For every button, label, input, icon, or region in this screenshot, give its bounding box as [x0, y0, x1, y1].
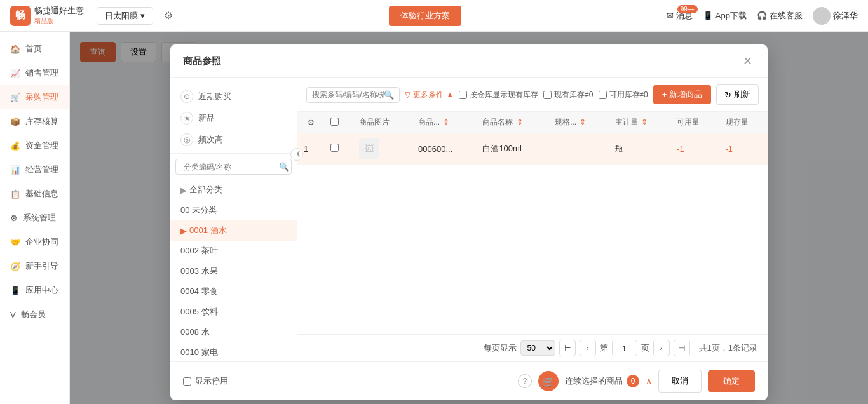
new-icon: ★: [180, 112, 193, 125]
app-download-item[interactable]: 📱 App下载: [703, 10, 747, 22]
message-item[interactable]: ✉ 消息 99++: [667, 10, 693, 22]
row-checkbox[interactable]: [330, 144, 339, 152]
add-product-button[interactable]: + 新增商品: [653, 85, 711, 104]
user-item[interactable]: 徐泽华: [813, 7, 858, 25]
sidebar-label-purchase: 采购管理: [25, 91, 58, 103]
modal-footer: 显示停用 ? 🛒 连续选择的商品 0 ∧ 取消 确定: [170, 361, 768, 400]
category-list: ▶ 全部分类 00 未分类 ▶ 0001 酒水 0002 茶: [170, 180, 297, 356]
cat-appliance-label: 0010 家电: [180, 347, 218, 356]
product-reference-modal: 商品参照 ✕ ⊙ 近期购买 ★: [170, 44, 768, 400]
sidebar-item-inventory[interactable]: 📦 库存核算: [0, 109, 69, 133]
col-code[interactable]: 商品... ⇕: [412, 112, 476, 133]
branch-arrow-icon: ▾: [140, 11, 145, 20]
confirm-button[interactable]: 确定: [708, 370, 755, 392]
quick-nav-new[interactable]: ★ 新品: [170, 107, 297, 129]
filter-icon: ▽: [405, 90, 410, 99]
modal-right-panel: 🔍 ▽ 更多条件 ▲ 按仓库显示现有库存: [297, 78, 768, 361]
cat-all-label: 全部分类: [189, 184, 222, 196]
sidebar-item-finance[interactable]: 💰 资金管理: [0, 133, 69, 158]
existing-stock-checkbox[interactable]: [543, 91, 552, 99]
col-unit[interactable]: 主计量 ⇕: [609, 112, 670, 133]
thumb-placeholder-icon: 🖼: [365, 144, 374, 154]
cat-item-liquor[interactable]: ▶ 0001 酒水: [170, 220, 297, 241]
warehouse-checkbox[interactable]: [459, 91, 467, 99]
modal-body: ⊙ 近期购买 ★ 新品 ◎ 频次高: [170, 78, 768, 361]
prev-page-button[interactable]: ‹: [580, 340, 596, 356]
col-spec[interactable]: 规格... ⇕: [548, 112, 609, 133]
cat-item-fruit[interactable]: 0003 水果: [170, 261, 297, 281]
last-page-button[interactable]: ⊣: [674, 340, 690, 356]
col-name-label: 商品名称: [482, 118, 513, 126]
category-search-icon[interactable]: 🔍: [279, 162, 289, 172]
table-row[interactable]: 1 🖼: [297, 133, 768, 165]
more-conditions-button[interactable]: ▽ 更多条件 ▲: [405, 90, 454, 100]
page-suffix-label: 页: [641, 342, 649, 354]
product-search-icon[interactable]: 🔍: [384, 90, 394, 100]
col-name[interactable]: 商品名称 ⇕: [476, 112, 548, 133]
branch-selector[interactable]: 日太阳膜 ▾: [97, 7, 153, 25]
nav-right: ✉ 消息 99++ 📱 App下载 🎧 在线客服 徐泽华: [667, 7, 858, 25]
available-stock-checkbox[interactable]: [599, 91, 607, 99]
cancel-button[interactable]: 取消: [658, 370, 702, 393]
category-search-input[interactable]: [184, 163, 279, 172]
message-icon: ✉: [667, 11, 674, 20]
page-number-input[interactable]: [612, 340, 637, 356]
row-unit: 瓶: [609, 133, 670, 165]
sidebar-item-home[interactable]: 🏠 首页: [0, 37, 69, 61]
quick-nav-recent[interactable]: ⊙ 近期购买: [170, 86, 297, 107]
branch-label: 日太阳膜: [105, 10, 138, 22]
sidebar-item-sales[interactable]: 📈 销售管理: [0, 61, 69, 85]
help-icon[interactable]: ?: [518, 374, 532, 388]
member-icon: V: [10, 310, 16, 320]
row-image-cell: 🖼: [353, 133, 412, 165]
cat-item-water[interactable]: 0008 水: [170, 322, 297, 342]
show-disabled-label: 显示停用: [195, 375, 228, 387]
business-icon: 📊: [10, 165, 20, 175]
sidebar: 🏠 首页 📈 销售管理 🛒 采购管理 📦 库存核算 💰 资金管理 📊 经营管理 …: [0, 32, 70, 404]
quick-nav-frequent[interactable]: ◎ 频次高: [170, 129, 297, 151]
cat-item-uncategorized[interactable]: 00 未分类: [170, 200, 297, 220]
product-search-input[interactable]: [312, 90, 384, 99]
online-service-item[interactable]: 🎧 在线客服: [757, 10, 803, 22]
user-avatar: [813, 7, 831, 25]
trial-button[interactable]: 体验行业方案: [389, 6, 461, 26]
sidebar-label-guide: 新手引导: [25, 260, 58, 272]
home-icon: 🏠: [10, 44, 20, 54]
existing-stock-label: 现有库存≠0: [554, 90, 593, 100]
cart-icon[interactable]: 🛒: [538, 371, 559, 391]
cat-item-snack[interactable]: 0004 零食: [170, 281, 297, 302]
cat-item-tea[interactable]: 0002 茶叶: [170, 241, 297, 261]
sidebar-item-basic[interactable]: 📋 基础信息: [0, 182, 69, 206]
show-disabled-checkbox[interactable]: [183, 377, 191, 386]
cat-item-all[interactable]: ▶ 全部分类: [170, 180, 297, 200]
product-table-wrap: ⚙ 商品图片 商品... ⇕: [297, 112, 768, 334]
cat-water-label: 0008 水: [180, 327, 210, 338]
sidebar-item-member[interactable]: V 畅会员: [0, 302, 69, 327]
sidebar-item-apps[interactable]: 📱 应用中心: [0, 278, 69, 302]
collapse-panel-button[interactable]: 《: [290, 148, 303, 161]
category-search-wrap: 🔍: [175, 159, 292, 175]
sidebar-label-business: 经营管理: [25, 164, 58, 175]
cat-item-beverage[interactable]: 0005 饮料: [170, 302, 297, 322]
sidebar-item-system[interactable]: ⚙ 系统管理: [0, 206, 69, 230]
sidebar-item-enterprise[interactable]: 🤝 企业协同: [0, 230, 69, 254]
footer-collapse-button[interactable]: ∧: [646, 376, 652, 386]
sidebar-item-purchase[interactable]: 🛒 采购管理: [0, 85, 69, 109]
sidebar-item-guide[interactable]: 🧭 新手引导: [0, 254, 69, 278]
settings-icon[interactable]: ⚙: [158, 6, 179, 26]
row-code: 000600...: [412, 133, 476, 165]
enterprise-icon: 🤝: [10, 238, 20, 247]
logo-icon: 畅: [10, 6, 31, 26]
modal-close-button[interactable]: ✕: [740, 53, 755, 69]
per-page-select[interactable]: 50 100 200: [520, 340, 555, 356]
row-available: -1: [670, 133, 719, 165]
col-settings[interactable]: ⚙: [297, 112, 324, 133]
apps-icon: 📱: [10, 286, 20, 295]
next-page-button[interactable]: ›: [653, 340, 670, 356]
refresh-button[interactable]: ↻ 刷新: [716, 84, 759, 105]
sidebar-item-business[interactable]: 📊 经营管理: [0, 158, 69, 182]
cat-item-appliance[interactable]: 0010 家电: [170, 342, 297, 356]
select-all-checkbox[interactable]: [330, 118, 339, 126]
first-page-button[interactable]: ⊢: [559, 340, 576, 356]
filter-existing-stock: 现有库存≠0: [543, 90, 593, 100]
